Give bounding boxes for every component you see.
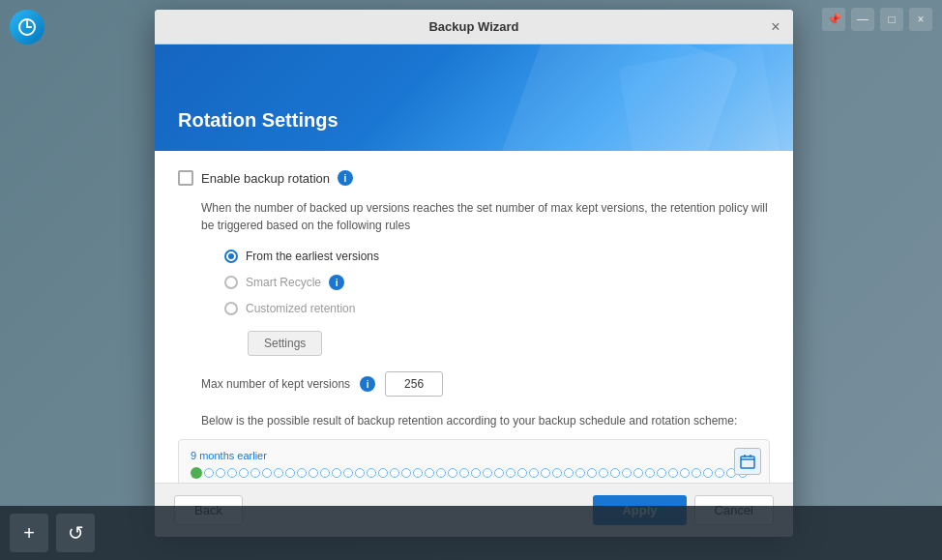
- timeline-dot: [448, 468, 457, 478]
- window-title: Backup Wizard: [428, 19, 518, 34]
- settings-button[interactable]: Settings: [248, 331, 322, 356]
- timeline-dot: [413, 468, 423, 478]
- timeline-calendar-button[interactable]: [734, 448, 761, 475]
- timeline-dot: [297, 468, 307, 478]
- timeline-dot: [401, 468, 411, 478]
- timeline-dot: [425, 468, 434, 478]
- timeline-dot: [471, 468, 481, 478]
- timeline-dot: [250, 468, 260, 478]
- radio-row-smart: Smart Recycle i: [224, 275, 770, 290]
- timeline-dot: [599, 468, 608, 478]
- timeline-dot: [575, 468, 585, 478]
- timeline-dot: [227, 468, 237, 478]
- add-icon: +: [23, 522, 35, 545]
- radio-smart-label: Smart Recycle: [246, 276, 321, 289]
- taskbar-history-button[interactable]: ↺: [56, 514, 95, 552]
- timeline-dot: [483, 468, 492, 478]
- window-close-button[interactable]: ×: [766, 17, 785, 37]
- timeline-dot: [436, 468, 446, 478]
- max-versions-row: Max number of kept versions i: [201, 371, 770, 397]
- radio-earliest-versions[interactable]: [224, 250, 238, 263]
- timeline-dot: [680, 468, 690, 478]
- timeline-dot: [285, 468, 295, 478]
- max-versions-info-icon[interactable]: i: [360, 376, 375, 392]
- radio-smart-recycle[interactable]: [224, 276, 238, 289]
- radio-earliest-label: From the earliest versions: [246, 250, 379, 263]
- timeline-dot: [332, 468, 341, 478]
- timeline-dot: [552, 468, 562, 478]
- history-icon: ↺: [68, 521, 84, 545]
- timeline-container: 9 months earlier: [178, 439, 770, 483]
- timeline-dot: [494, 468, 504, 478]
- enable-rotation-checkbox[interactable]: [178, 170, 193, 186]
- enable-rotation-info-icon[interactable]: i: [338, 170, 353, 186]
- enable-rotation-label: Enable backup rotation: [201, 171, 330, 186]
- max-versions-label: Max number of kept versions: [201, 377, 350, 391]
- taskbar: + ↺: [0, 506, 942, 560]
- desktop: 📌 — □ × Backup Wizard × Rotation Setting…: [0, 0, 942, 560]
- timeline-dot: [367, 468, 376, 478]
- screen-pin-button[interactable]: 📌: [822, 8, 845, 31]
- timeline-dot: [645, 468, 655, 478]
- radio-options-group: From the earliest versions Smart Recycle…: [224, 250, 770, 315]
- timeline-dot: [274, 468, 283, 478]
- timeline-dot: [309, 468, 318, 478]
- dialog-header: Rotation Settings: [155, 44, 793, 151]
- page-title: Rotation Settings: [178, 109, 339, 132]
- timeline-dot: [633, 468, 643, 478]
- timeline-dot: [564, 468, 574, 478]
- timeline-dot: [587, 468, 597, 478]
- timeline-dot: [343, 468, 353, 478]
- svg-rect-1: [741, 457, 754, 468]
- timeline-dot: [506, 468, 515, 478]
- radio-row-earliest: From the earliest versions: [224, 250, 770, 263]
- timeline-dot: [715, 468, 724, 478]
- screen-close-button[interactable]: ×: [909, 8, 932, 31]
- radio-row-customized: Customized retention: [224, 302, 770, 315]
- dialog-content: Enable backup rotation i When the number…: [155, 151, 793, 483]
- smart-recycle-info-icon[interactable]: i: [329, 275, 344, 290]
- radio-customized-retention[interactable]: [224, 302, 238, 315]
- screen-maximize-button[interactable]: □: [880, 8, 903, 31]
- timeline-dot: [622, 468, 632, 478]
- timeline-dot: [517, 468, 527, 478]
- screen-minimize-button[interactable]: —: [851, 8, 874, 31]
- rotation-description: When the number of backed up versions re…: [201, 199, 770, 234]
- timeline-dot: [610, 468, 620, 478]
- timeline-dot: [204, 468, 214, 478]
- timeline-dot: [529, 468, 539, 478]
- max-versions-input[interactable]: [385, 371, 443, 397]
- timeline-dot: [262, 468, 272, 478]
- timeline-months-label: 9 months earlier: [191, 450, 757, 461]
- timeline-dot: [378, 468, 388, 478]
- timeline-dot: [668, 468, 678, 478]
- timeline-dot: [541, 468, 550, 478]
- dialog-window: Backup Wizard × Rotation Settings Enable…: [155, 10, 793, 537]
- title-bar: Backup Wizard ×: [155, 10, 793, 44]
- radio-customized-label: Customized retention: [246, 302, 355, 315]
- timeline-dot: [216, 468, 225, 478]
- timeline-dot: [390, 468, 399, 478]
- taskbar-add-button[interactable]: +: [10, 514, 48, 552]
- settings-button-row: Settings: [248, 331, 770, 356]
- screen-controls: 📌 — □ ×: [822, 8, 932, 31]
- timeline-dot: [692, 468, 701, 478]
- timeline-start-dot: [191, 467, 202, 479]
- app-icon: [10, 10, 44, 44]
- timeline-dot: [657, 468, 666, 478]
- timeline-dots: [191, 467, 757, 479]
- timeline-dot: [459, 468, 469, 478]
- timeline-dot: [355, 468, 365, 478]
- timeline-dot: [703, 468, 713, 478]
- enable-rotation-row: Enable backup rotation i: [178, 170, 770, 186]
- timeline-dot: [320, 468, 330, 478]
- timeline-dot: [239, 468, 249, 478]
- timeline-description: Below is the possible result of backup r…: [201, 412, 770, 429]
